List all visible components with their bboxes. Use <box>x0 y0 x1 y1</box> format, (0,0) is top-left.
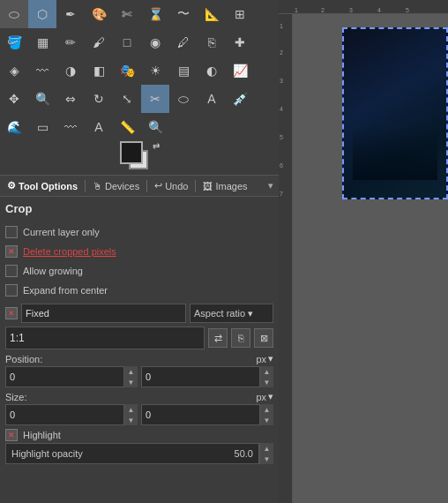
ratio-input[interactable] <box>5 327 205 349</box>
tool-btn-free-draw[interactable]: 〰 <box>56 113 85 141</box>
undo-icon: ↩ <box>154 180 162 191</box>
tool-btn-ink[interactable]: 🖊 <box>169 28 198 56</box>
tool-btn-rotate[interactable]: ↻ <box>85 85 113 113</box>
opacity-down[interactable]: ▼ <box>259 454 273 464</box>
tool-btn-measure2[interactable]: 📏 <box>113 113 141 141</box>
tool-btn-smudge[interactable]: 〰 <box>28 56 56 85</box>
pos-x-down[interactable]: ▼ <box>123 377 138 387</box>
ratio-paste-btn[interactable]: ⊠ <box>254 328 273 348</box>
tool-btn-bucket[interactable]: 🪣 <box>0 28 28 56</box>
tab-undo[interactable]: ↩ Undo <box>149 176 193 196</box>
swap-colors-icon[interactable]: ⇄ <box>153 141 160 151</box>
tool-btn-curves[interactable]: 📈 <box>226 56 254 85</box>
pos-y-down[interactable]: ▼ <box>259 377 273 387</box>
delete-cropped-row: ✕ Delete cropped pixels <box>5 242 273 261</box>
canvas-area: 1 2 3 4 5 1 2 3 4 5 6 7 <box>279 0 448 503</box>
allow-growing-checkbox[interactable] <box>5 265 18 277</box>
tool-btn-move[interactable]: ✥ <box>0 85 28 113</box>
tool-btn-colorize[interactable]: 🎭 <box>113 56 141 85</box>
tool-btn-zoom2[interactable]: 🔍 <box>141 113 169 141</box>
fixed-input[interactable] <box>21 304 186 323</box>
tool-btn-threshold[interactable]: ◐ <box>198 56 226 85</box>
opacity-up[interactable]: ▲ <box>259 443 273 454</box>
ratio-swap-btn[interactable]: ⇄ <box>208 328 228 348</box>
tool-btn-clone[interactable]: ⎘ <box>198 28 226 56</box>
tab-tool-options[interactable]: ⚙ Tool Options <box>2 176 83 196</box>
crop-title: Crop <box>5 200 273 217</box>
tool-btn-scissors[interactable]: ✄ <box>113 0 141 28</box>
foreground-color[interactable] <box>120 141 143 164</box>
tool-btn-ellipse-select[interactable]: ⬭ <box>0 0 28 28</box>
tab-devices[interactable]: 🖱 Devices <box>87 176 145 196</box>
tool-btn-airbrush[interactable]: ◉ <box>141 28 169 56</box>
allow-growing-label: Allow growing <box>23 266 83 276</box>
tool-btn-scale[interactable]: ⤡ <box>113 85 141 113</box>
size-w-up[interactable]: ▲ <box>123 404 138 415</box>
tool-btn-text2[interactable]: A <box>85 113 113 141</box>
tool-btn-heal[interactable]: ✚ <box>226 28 254 56</box>
pos-x-input[interactable] <box>5 366 138 387</box>
tool-btn-align[interactable]: ⊞ <box>226 0 254 28</box>
delete-cropped-label: Delete cropped pixels <box>23 246 116 257</box>
tool-btn-crop[interactable]: ✂ <box>141 85 169 113</box>
size-unit-value: px <box>256 392 266 402</box>
tool-btn-paths[interactable]: ✒ <box>56 0 85 28</box>
tool-btn-fuzzy[interactable]: 🌊 <box>0 113 28 141</box>
size-w-wrap: ▲ ▼ <box>5 404 138 425</box>
tool-btn-eraser[interactable]: □ <box>113 28 141 56</box>
tab-images[interactable]: 🖼 Images <box>198 176 252 196</box>
tool-btn-color-picker[interactable]: 💉 <box>226 85 254 113</box>
size-w-down[interactable]: ▼ <box>123 415 138 425</box>
tool-btn-dodge[interactable]: ◑ <box>56 56 85 85</box>
position-unit-select[interactable]: px ▾ <box>256 353 273 364</box>
expand-from-center-checkbox[interactable] <box>5 284 18 297</box>
delete-cropped-checkbox[interactable]: ✕ <box>5 245 18 258</box>
pos-x-up[interactable]: ▲ <box>123 366 138 377</box>
ratio-copy-btn[interactable]: ⎘ <box>231 328 250 348</box>
image-dark-area <box>353 127 437 180</box>
tool-btn-measure[interactable]: 📐 <box>198 0 226 28</box>
position-row: Position: px ▾ <box>5 353 273 364</box>
current-layer-checkbox[interactable] <box>5 226 18 238</box>
size-w-input[interactable] <box>5 404 138 425</box>
tool-btn-warp[interactable]: 〜 <box>169 0 198 28</box>
tab-images-label: Images <box>215 181 247 191</box>
options-gear-btn[interactable]: ▾ <box>265 180 277 191</box>
highlight-checkbox[interactable]: ✕ <box>5 429 18 441</box>
highlight-opacity-label: Highlight opacity <box>11 448 83 459</box>
highlight-opacity-control[interactable]: Highlight opacity 50.0 <box>5 443 259 464</box>
panel-content: Crop Current layer only ✕ Delete cropped… <box>0 197 279 468</box>
pos-y-up[interactable]: ▲ <box>259 366 273 377</box>
aspect-ratio-chevron: ▾ <box>248 308 253 319</box>
tool-btn-text-tool[interactable]: A <box>198 85 226 113</box>
tool-btn-perspective[interactable]: ◈ <box>0 56 28 85</box>
tool-btn-color-select[interactable]: 🎨 <box>85 0 113 28</box>
fixed-checkbox[interactable]: ✕ <box>5 307 18 319</box>
tool-btn-rect-select[interactable]: ▭ <box>28 113 56 141</box>
size-h-up[interactable]: ▲ <box>259 404 273 415</box>
tool-btn-transform[interactable]: ⌛ <box>141 0 169 28</box>
aspect-ratio-select[interactable]: Aspect ratio ▾ <box>190 304 273 323</box>
tool-btn-shear[interactable]: ⬭ <box>169 85 198 113</box>
main-layout: ⬭ ⬡ ✒ 🎨 ✄ ⌛ 〜 📐 ⊞ 🪣 ▦ ✏ 🖌 □ ◉ 🖊 ⎘ ✚ <box>0 0 448 503</box>
tool-btn-zoom-tool[interactable]: 🔍 <box>28 85 56 113</box>
fixed-row: ✕ Aspect ratio ▾ <box>5 304 273 323</box>
pos-y-input[interactable] <box>141 366 273 387</box>
size-row: ▲ ▼ ▲ ▼ <box>5 404 273 425</box>
size-unit-select[interactable]: px ▾ <box>256 391 273 402</box>
tool-btn-blend[interactable]: ▦ <box>28 28 56 56</box>
tool-btn-paint[interactable]: 🖌 <box>85 28 113 56</box>
tool-btn-flip[interactable]: ⇔ <box>56 85 85 113</box>
tool-btn-pencil[interactable]: ✏ <box>56 28 85 56</box>
tool-btn-posterize[interactable]: ▤ <box>169 56 198 85</box>
tool-row-4: ✥ 🔍 ⇔ ↻ ⤡ ✂ ⬭ A 💉 <box>0 85 279 113</box>
tool-btn-free-select[interactable]: ⬡ <box>28 0 56 28</box>
size-h-input[interactable] <box>141 404 273 425</box>
tab-divider-3 <box>195 180 196 192</box>
size-h-down[interactable]: ▼ <box>259 415 273 425</box>
tool-btn-brightness[interactable]: ☀ <box>141 56 169 85</box>
tool-btn-desaturate[interactable]: ◧ <box>85 56 113 85</box>
pos-y-spin: ▲ ▼ <box>259 366 273 387</box>
opacity-spin: ▲ ▼ <box>259 443 273 464</box>
size-h-wrap: ▲ ▼ <box>141 404 273 425</box>
